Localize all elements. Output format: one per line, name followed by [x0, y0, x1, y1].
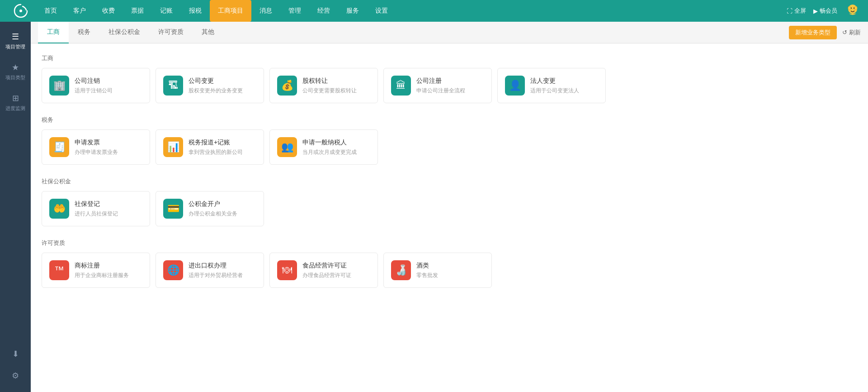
card-info-公司注册: 公司注册申请公司注册全流程	[416, 77, 465, 95]
card-icon-食品经营许可证: 🍽	[277, 260, 297, 280]
card-title-text: 公司变更	[189, 77, 243, 85]
sidebar-item-项目类型[interactable]: ★项目类型	[0, 56, 31, 87]
tabs-right: 新增业务类型 ↺ 刷新	[789, 26, 861, 39]
top-nav: 首页客户收费票据记账报税工商项目消息管理经营服务设置 ⛶ 全屏 ▶ 畅会员	[0, 0, 868, 22]
refresh-button[interactable]: ↺ 刷新	[842, 29, 861, 37]
card-title-text: 法人变更	[530, 77, 579, 85]
settings-icon[interactable]: ⚙	[0, 367, 31, 385]
card-desc-text: 当月或次月成变更完成	[302, 148, 357, 156]
main-layout: ☰项目管理★项目类型⊞进度监测⬇⚙ 工商税务社保公积金许可资质其他 新增业务类型…	[0, 22, 868, 392]
card-icon-申请一般纳税人: 👥	[277, 137, 297, 157]
nav-item-工商项目[interactable]: 工商项目	[210, 0, 251, 22]
service-card-法人变更[interactable]: 👤法人变更适用于公司变更法人	[497, 68, 606, 103]
card-desc-text: 申请公司注册全流程	[416, 87, 465, 95]
service-card-进出口权办理[interactable]: 🌐进出口权办理适用于对外贸易经营者	[156, 253, 264, 288]
sidebar-icon: ★	[12, 62, 19, 72]
tab-工商[interactable]: 工商	[38, 22, 69, 43]
card-desc-text: 用于企业商标注册服务	[75, 272, 129, 279]
cards-grid-许可资质: ™商标注册用于企业商标注册服务🌐进出口权办理适用于对外贸易经营者🍽食品经营许可证…	[42, 253, 857, 288]
svg-point-4	[848, 6, 851, 10]
sidebar-icon: ☰	[12, 32, 19, 42]
card-desc-text: 办理公积金相关业务	[189, 210, 237, 218]
card-info-股权转让: 股权转让公司变更需要股权转让	[302, 77, 357, 95]
tab-其他[interactable]: 其他	[193, 22, 223, 43]
card-desc-text: 拿到营业执照的新公司	[189, 148, 243, 156]
card-icon-公积金开户: 💳	[163, 199, 183, 219]
section-title-许可资质: 许可资质	[42, 235, 857, 247]
nav-right: ⛶ 全屏 ▶ 畅会员	[787, 3, 868, 19]
card-title-text: 社保登记	[75, 200, 118, 208]
nav-item-收费[interactable]: 收费	[94, 0, 123, 22]
card-title-text: 公司注册	[416, 77, 465, 85]
refresh-icon: ↺	[842, 29, 847, 36]
svg-point-0	[19, 10, 22, 12]
card-title-text: 申请一般纳税人	[302, 139, 357, 147]
card-icon-股权转让: 💰	[277, 76, 297, 96]
nav-item-客户[interactable]: 客户	[65, 0, 94, 22]
card-desc-text: 适用于注销公司	[75, 87, 113, 95]
service-card-酒类[interactable]: 🍶酒类零售批发	[383, 253, 492, 288]
download-icon[interactable]: ⬇	[0, 345, 31, 363]
nav-item-报税[interactable]: 报税	[181, 0, 210, 22]
nav-item-首页[interactable]: 首页	[36, 0, 65, 22]
card-icon-进出口权办理: 🌐	[163, 260, 183, 280]
tab-税务[interactable]: 税务	[69, 22, 99, 43]
sidebar-item-项目管理[interactable]: ☰项目管理	[0, 25, 31, 56]
service-card-税务报道+记账[interactable]: 📊税务报道+记账拿到营业执照的新公司	[156, 129, 264, 165]
tab-许可资质[interactable]: 许可资质	[149, 22, 193, 43]
scroll-content[interactable]: 工商🏢公司注销适用于注销公司🏗公司变更股权变更外的业务变更💰股权转让公司变更需要…	[31, 43, 868, 392]
service-card-商标注册[interactable]: ™商标注册用于企业商标注册服务	[42, 253, 150, 288]
service-card-食品经营许可证[interactable]: 🍽食品经营许可证办理食品经营许可证	[269, 253, 378, 288]
sidebar: ☰项目管理★项目类型⊞进度监测⬇⚙	[0, 22, 31, 392]
section-title-社保公积金: 社保公积金	[42, 174, 857, 186]
mascot-icon	[844, 3, 861, 19]
card-desc-text: 股权变更外的业务变更	[189, 87, 243, 95]
sidebar-icon: ⊞	[12, 93, 19, 103]
service-card-申请一般纳税人[interactable]: 👥申请一般纳税人当月或次月成变更完成	[269, 129, 378, 165]
add-type-button[interactable]: 新增业务类型	[789, 26, 837, 39]
card-icon-公司注册: 🏛	[391, 76, 411, 96]
content-area: 工商税务社保公积金许可资质其他 新增业务类型 ↺ 刷新 工商🏢公司注销适用于注销…	[31, 22, 868, 392]
card-desc-text: 适用于对外贸易经营者	[189, 272, 243, 279]
logo-area	[5, 3, 36, 19]
service-card-公司注册[interactable]: 🏛公司注册申请公司注册全流程	[383, 68, 492, 103]
service-card-社保登记[interactable]: 🤲社保登记进行人员社保登记	[42, 191, 150, 226]
logo-icon	[13, 3, 29, 19]
member-button[interactable]: ▶ 畅会员	[813, 7, 837, 15]
card-info-公司变更: 公司变更股权变更外的业务变更	[189, 77, 243, 95]
fullscreen-button[interactable]: ⛶ 全屏	[787, 7, 806, 15]
svg-point-5	[854, 6, 857, 10]
service-card-申请发票[interactable]: 🧾申请发票办理申请发票业务	[42, 129, 150, 165]
card-info-税务报道+记账: 税务报道+记账拿到营业执照的新公司	[189, 139, 243, 156]
section-title-税务: 税务	[42, 112, 857, 124]
card-title-text: 税务报道+记账	[189, 139, 243, 147]
card-desc-text: 办理食品经营许可证	[302, 272, 351, 279]
service-card-公司变更[interactable]: 🏗公司变更股权变更外的业务变更	[156, 68, 264, 103]
card-title-text: 食品经营许可证	[302, 262, 351, 270]
tab-社保公积金[interactable]: 社保公积金	[99, 22, 149, 43]
cards-grid-税务: 🧾申请发票办理申请发票业务📊税务报道+记账拿到营业执照的新公司👥申请一般纳税人当…	[42, 129, 857, 165]
card-info-酒类: 酒类零售批发	[416, 262, 438, 279]
nav-item-消息[interactable]: 消息	[251, 0, 280, 22]
cards-grid-工商: 🏢公司注销适用于注销公司🏗公司变更股权变更外的业务变更💰股权转让公司变更需要股权…	[42, 68, 857, 103]
card-desc-text: 进行人员社保登记	[75, 210, 118, 218]
nav-item-记账[interactable]: 记账	[152, 0, 181, 22]
service-card-公积金开户[interactable]: 💳公积金开户办理公积金相关业务	[156, 191, 264, 226]
card-info-进出口权办理: 进出口权办理适用于对外贸易经营者	[189, 262, 243, 279]
service-card-公司注销[interactable]: 🏢公司注销适用于注销公司	[42, 68, 150, 103]
nav-item-服务[interactable]: 服务	[338, 0, 367, 22]
service-card-股权转让[interactable]: 💰股权转让公司变更需要股权转让	[269, 68, 378, 103]
sidebar-bottom: ⬇⚙	[0, 345, 31, 392]
section-title-工商: 工商	[42, 51, 857, 62]
nav-item-票据[interactable]: 票据	[123, 0, 152, 22]
nav-item-设置[interactable]: 设置	[367, 0, 396, 22]
card-title-text: 进出口权办理	[189, 262, 243, 270]
card-desc-text: 公司变更需要股权转让	[302, 87, 357, 95]
cards-grid-社保公积金: 🤲社保登记进行人员社保登记💳公积金开户办理公积金相关业务	[42, 191, 857, 226]
nav-items: 首页客户收费票据记账报税工商项目消息管理经营服务设置	[36, 0, 787, 22]
tabs-container: 工商税务社保公积金许可资质其他	[38, 22, 223, 43]
sidebar-item-进度监测[interactable]: ⊞进度监测	[0, 87, 31, 118]
nav-item-经营[interactable]: 经营	[309, 0, 338, 22]
nav-item-管理[interactable]: 管理	[280, 0, 309, 22]
card-info-公司注销: 公司注销适用于注销公司	[75, 77, 113, 95]
